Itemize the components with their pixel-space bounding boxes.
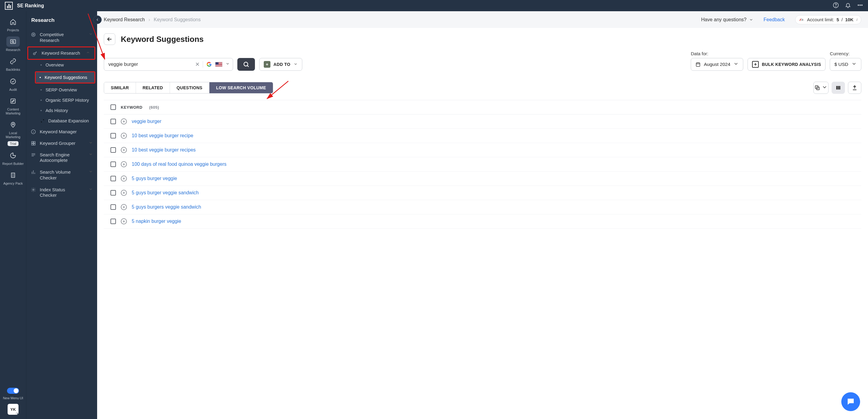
keyword-search-input[interactable]	[108, 62, 192, 67]
main-content: Keyword Research › Keyword Suggestions H…	[97, 11, 868, 419]
toggle-switch-icon[interactable]	[7, 388, 19, 394]
keyword-link[interactable]: 10 best veggie burger recipe	[132, 133, 193, 139]
add-circle-icon[interactable]: +	[121, 190, 127, 196]
tab-similar[interactable]: SIMILAR	[104, 82, 136, 93]
keyword-link[interactable]: 5 guys burger veggie sandwich	[132, 190, 199, 196]
breadcrumb[interactable]: Keyword Research	[104, 17, 145, 23]
target-icon	[31, 32, 36, 37]
flag-us-icon[interactable]	[215, 62, 222, 67]
chevron-down-icon	[89, 187, 93, 192]
sidebar-item-keyword-manager[interactable]: Keyword Manager	[26, 126, 97, 138]
column-header[interactable]: KEYWORD	[121, 105, 142, 110]
row-checkbox[interactable]	[111, 204, 116, 210]
add-circle-icon[interactable]: +	[121, 118, 127, 124]
sidebar-sub-overview[interactable]: •Overview	[37, 60, 97, 70]
calendar-icon	[695, 62, 701, 67]
rail-backlinks[interactable]: Backlinks	[2, 54, 25, 73]
keyword-link[interactable]: 5 napkin burger veggie	[132, 219, 181, 224]
row-checkbox[interactable]	[111, 119, 116, 124]
pie-icon	[10, 152, 17, 159]
rail-research[interactable]: Research	[2, 34, 25, 54]
account-limit-pill[interactable]: Account limit: 5 / 10K i	[795, 15, 861, 24]
rail-agency-pack[interactable]: Agency Pack	[2, 168, 25, 187]
sidebar-item-search-engine-autocomplete[interactable]: Search Engine Autocomplete	[26, 149, 97, 167]
sidebar-item-competitive-research[interactable]: Competitive Research	[26, 29, 97, 47]
rail-content-marketing[interactable]: Content Marketing	[2, 93, 25, 117]
google-icon[interactable]	[206, 61, 212, 67]
sidebar-item-index-status-checker[interactable]: Index Status Checker	[26, 184, 97, 202]
columns-button[interactable]	[832, 82, 845, 94]
rail-report-builder[interactable]: Report Builder	[2, 148, 25, 168]
breadcrumb: Keyword Suggestions	[154, 17, 201, 23]
select-all-checkbox[interactable]	[111, 104, 116, 110]
currency-picker[interactable]: $ USD	[830, 58, 861, 71]
svg-rect-29	[839, 86, 840, 90]
keyword-link[interactable]: 10 best veggie burger recipes	[132, 147, 196, 153]
date-picker[interactable]: August 2024	[691, 58, 743, 71]
home-icon	[10, 19, 17, 25]
sidebar-sub-serp-overview[interactable]: •SERP Overview	[37, 85, 97, 95]
chevron-down-icon	[89, 170, 93, 175]
sidebar-sub-ads-history[interactable]: •Ads History	[37, 106, 97, 116]
columns-icon	[835, 85, 841, 91]
add-circle-icon[interactable]: +	[121, 161, 127, 167]
svg-rect-24	[696, 63, 700, 66]
edit-icon	[10, 98, 17, 104]
upload-icon	[851, 85, 858, 91]
keyword-link[interactable]: 5 guys burger veggie	[132, 176, 177, 181]
sidebar-sub-keyword-suggestions[interactable]: •Keyword Suggestions	[36, 72, 94, 83]
sidebar-item-keyword-grouper[interactable]: Keyword Grouper	[26, 138, 97, 149]
tab-questions[interactable]: QUESTIONS	[170, 82, 209, 93]
check-circle-icon	[10, 78, 17, 85]
add-circle-icon[interactable]: +	[121, 147, 127, 153]
svg-point-9	[12, 124, 14, 125]
add-circle-icon[interactable]: +	[121, 176, 127, 182]
sidebar-sub-organic-serp-history[interactable]: •Organic SERP History	[37, 95, 97, 106]
research-icon	[10, 38, 17, 45]
add-circle-icon[interactable]: +	[121, 133, 127, 139]
row-checkbox[interactable]	[111, 161, 116, 167]
rail-local-marketing[interactable]: Local Marketing Trial	[2, 117, 25, 148]
add-circle-icon[interactable]: +	[121, 218, 127, 225]
row-checkbox[interactable]	[111, 147, 116, 153]
back-button[interactable]	[104, 33, 115, 45]
keyword-link[interactable]: veggie burger	[132, 119, 161, 124]
collapse-sidebar-button[interactable]	[93, 16, 102, 24]
more-icon[interactable]	[857, 2, 863, 9]
search-button[interactable]	[237, 58, 255, 71]
avatar[interactable]: YK	[8, 404, 19, 415]
add-circle-icon[interactable]: +	[121, 204, 127, 210]
copy-button[interactable]	[813, 82, 829, 94]
sidebar: Research Competitive Research Keyword Re…	[26, 11, 97, 419]
keyword-link[interactable]: 5 guys burgers veggie sandwich	[132, 204, 201, 210]
rail-projects[interactable]: Projects	[2, 14, 25, 34]
export-button[interactable]	[848, 82, 861, 94]
sidebar-sub-database-expansion[interactable]: Database Expansion	[37, 116, 97, 126]
chat-fab[interactable]	[841, 392, 860, 411]
chevron-down-icon	[749, 18, 753, 22]
rail-audit[interactable]: Audit	[2, 74, 25, 93]
table-row: +10 best veggie burger recipes	[104, 143, 861, 157]
bulk-analysis-button[interactable]: + BULK KEYWORD ANALYSIS	[747, 58, 826, 71]
tab-related[interactable]: RELATED	[136, 82, 170, 93]
help-icon[interactable]	[833, 2, 839, 9]
add-to-button[interactable]: + ADD TO	[259, 58, 302, 71]
feedback-link[interactable]: Feedback	[764, 17, 785, 23]
sidebar-item-search-volume-checker[interactable]: Search Volume Checker	[26, 167, 97, 184]
row-checkbox[interactable]	[111, 133, 116, 139]
have-questions-dropdown[interactable]: Have any questions?	[701, 17, 753, 23]
sidebar-item-keyword-research[interactable]: Keyword Research	[28, 48, 94, 59]
clear-icon[interactable]: ✕	[195, 61, 200, 68]
tab-low-search-volume[interactable]: LOW SEARCH VOLUME	[209, 82, 273, 93]
rail-menu-toggle[interactable]: New Menu UI	[2, 385, 25, 401]
chevron-down-icon	[89, 152, 93, 157]
row-checkbox[interactable]	[111, 219, 116, 224]
info-icon	[31, 129, 36, 134]
bell-icon[interactable]	[845, 2, 851, 9]
row-checkbox[interactable]	[111, 190, 116, 196]
keyword-link[interactable]: 100 days of real food quinoa veggie burg…	[132, 161, 226, 167]
row-checkbox[interactable]	[111, 176, 116, 181]
brand-logo-icon[interactable]	[5, 2, 13, 10]
chevron-down-icon[interactable]	[225, 62, 230, 67]
brand-name: SE Ranking	[17, 3, 44, 8]
